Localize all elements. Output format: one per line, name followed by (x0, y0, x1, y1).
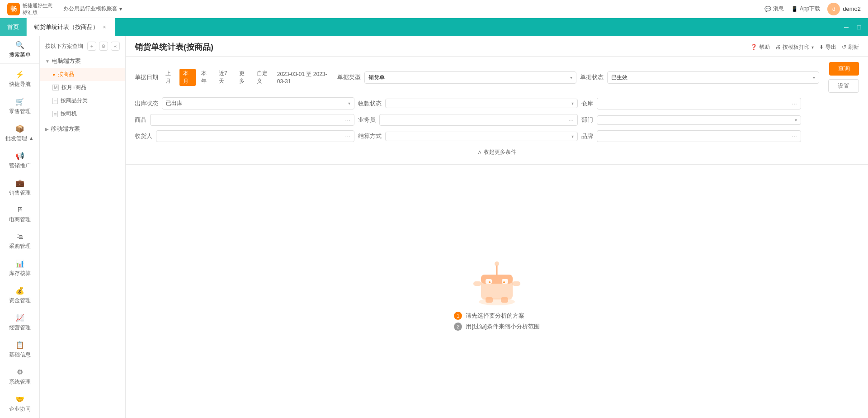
brand-input[interactable]: ··· (597, 130, 801, 142)
export-btn[interactable]: ⬇ 导出 (819, 43, 836, 51)
warehouse-input[interactable]: ··· (597, 98, 801, 109)
date-tab-custom[interactable]: 自定义 (253, 69, 274, 86)
sidebar-item-quick-nav[interactable]: ⚡ 快捷导航 (0, 66, 39, 93)
sidebar-item-operations[interactable]: 📈 经营管理 (0, 309, 39, 336)
dept-chevron: ▾ (795, 118, 797, 123)
refresh-btn[interactable]: ↺ 刷新 (842, 43, 859, 51)
svg-rect-4 (502, 279, 508, 284)
filter-row-4: 收货人 ··· 结算方式 ▾ 品牌 (135, 130, 859, 142)
outstock-chevron: ▾ (348, 101, 350, 106)
tree-arrow-desktop: ▼ (45, 59, 50, 64)
sidebar-item-wholesale[interactable]: 📦 批发管理 ▲ (0, 120, 39, 147)
collapse-panel-btn[interactable]: « (111, 42, 120, 51)
receipt-chevron: ▾ (571, 101, 574, 106)
top-bar-left: 畅 畅捷通好生意标准版 办公用品行业模拟账套 ▾ (7, 2, 122, 15)
type-select[interactable]: 销货单 ▾ (364, 71, 576, 84)
svg-rect-12 (501, 297, 508, 303)
print-btn[interactable]: 🖨 按模板打印 ▾ (775, 43, 814, 51)
panel-header-actions: + ⚙ « (87, 42, 120, 51)
sidebar-item-retail-label: 零售管理 (9, 108, 31, 115)
sidebar-item-retail[interactable]: 🛒 零售管理 (0, 93, 39, 120)
sidebar-item-sales-label: 销售管理 (9, 189, 31, 197)
tab-sales-stat[interactable]: 销货单统计表（按商品） × (27, 18, 115, 36)
tree-child-by-category[interactable]: ≡ 按商品分类 (40, 94, 125, 107)
receiver-input[interactable]: ··· (156, 130, 354, 142)
sidebar-item-basic-label: 基础信息 (9, 351, 31, 359)
warehouse-dots: ··· (792, 100, 797, 107)
svg-rect-10 (512, 281, 520, 286)
marketing-icon: 📢 (15, 152, 24, 160)
user-info[interactable]: d demo2 (827, 3, 861, 15)
industry-label: 办公用品行业模拟账套 (63, 5, 118, 13)
filter-date-group: 单据日期 上月 本月 本年 近7天 更多 自定义 2023-03-01 至 20… (135, 69, 334, 86)
product-input[interactable]: ··· (150, 114, 354, 126)
sidebar-item-inventory[interactable]: 📊 库存核算 (0, 255, 39, 282)
collapse-bar[interactable]: ∧ 收起更多条件 (135, 146, 859, 159)
outstock-value: 已出库 (166, 100, 182, 107)
page-actions: ❓ 帮助 🖨 按模板打印 ▾ ⬇ 导出 ↺ 刷新 (750, 43, 859, 51)
tab-bar: 首页 销货单统计表（按商品） × ─ □ (0, 18, 868, 36)
empty-tip-1: 1 请先选择要分析的方案 (454, 312, 539, 320)
inventory-icon: 📊 (15, 259, 24, 268)
operations-icon: 📈 (15, 314, 24, 322)
status-select[interactable]: 已生效 ▾ (607, 71, 819, 84)
add-scheme-btn[interactable]: + (87, 42, 96, 51)
user-name: demo2 (843, 5, 861, 12)
sidebar-item-quick-nav-label: 快捷导航 (9, 81, 31, 88)
tab-close-icon[interactable]: × (101, 24, 108, 30)
receipt-select[interactable]: ▾ (385, 99, 578, 108)
sidebar-item-ecommerce[interactable]: 🖥 电商管理 (0, 201, 39, 228)
date-tab-this-month[interactable]: 本月 (179, 69, 195, 86)
svg-rect-3 (486, 279, 492, 284)
date-tab-this-year[interactable]: 本年 (198, 69, 213, 86)
filter-area: 单据日期 上月 本月 本年 近7天 更多 自定义 2023-03-01 至 20… (126, 57, 868, 165)
tab-home[interactable]: 首页 (0, 18, 27, 36)
tree-parent-desktop[interactable]: ▼ 电脑端方案 (40, 54, 125, 68)
app-download-action[interactable]: 📱 App下载 (791, 5, 820, 13)
page-header: 销货单统计表(按商品) ❓ 帮助 🖨 按模板打印 ▾ ⬇ 导出 (126, 36, 868, 57)
industry-selector[interactable]: 办公用品行业模拟账套 ▾ (63, 5, 122, 13)
sidebar-item-enterprise[interactable]: 🤝 企业协同 (0, 390, 39, 418)
salesman-input[interactable]: ··· (379, 114, 578, 126)
help-btn[interactable]: ❓ 帮助 (750, 43, 770, 51)
date-tab-last-month[interactable]: 上月 (162, 69, 178, 86)
dept-select[interactable]: ▾ (597, 115, 801, 125)
date-tab-7days[interactable]: 近7天 (215, 69, 234, 86)
settings-scheme-btn[interactable]: ⚙ (99, 42, 108, 51)
main-layout: 🔍 搜索菜单 ⚡ 快捷导航 🛒 零售管理 📦 批发管理 ▲ 📢 营销推广 💼 销… (0, 36, 868, 418)
date-tab-more[interactable]: 更多 (236, 69, 251, 86)
filter-salesman-group: 业务员 ··· (358, 114, 578, 126)
tree-child-by-cashier[interactable]: ≡ 按司机 (40, 107, 125, 120)
tree-parent-mobile-label: 移动端方案 (51, 125, 80, 133)
settings-button[interactable]: 设置 (828, 79, 859, 93)
export-label: 导出 (826, 43, 836, 51)
outstock-select[interactable]: 已出库 ▾ (162, 97, 354, 109)
receiver-label: 收货人 (135, 132, 152, 140)
sidebar-item-sales[interactable]: 💼 销售管理 (0, 174, 39, 201)
sidebar-item-system[interactable]: ⚙ 系统管理 (0, 363, 39, 390)
tree-parent-mobile[interactable]: ▶ 移动端方案 (40, 122, 125, 136)
sidebar-item-basic[interactable]: 📋 基础信息 (0, 336, 39, 363)
tab-maximize-btn[interactable]: □ (854, 22, 864, 33)
tree-child-by-cashier-label: 按司机 (61, 110, 77, 118)
sidebar-item-search-menu[interactable]: 🔍 搜索菜单 (0, 36, 39, 64)
filter-row-3: 商品 ··· 业务员 ··· 部门 (135, 114, 859, 126)
svg-rect-9 (473, 281, 481, 286)
sidebar-item-finance[interactable]: 💰 资金管理 (0, 282, 39, 309)
query-button[interactable]: 查询 (829, 62, 859, 76)
tree-group-desktop: ▼ 电脑端方案 ● 按商品 M 按月+商品 ≡ 按商品分类 ≡ 按司机 (40, 54, 125, 120)
salesman-dots: ··· (568, 116, 574, 124)
brand-dots: ··· (792, 133, 797, 140)
refresh-label: 刷新 (848, 43, 859, 51)
tab-sales-stat-label: 销货单统计表（按商品） (34, 23, 99, 31)
message-action[interactable]: 💬 消息 (764, 5, 784, 13)
dept-label: 部门 (581, 116, 593, 124)
tab-minimize-btn[interactable]: ─ (841, 22, 852, 33)
tree-child-by-product[interactable]: ● 按商品 (40, 68, 125, 81)
sidebar-item-purchase[interactable]: 🛍 采购管理 (0, 228, 39, 255)
payment-select[interactable]: ▾ (385, 132, 578, 141)
by-month-icon: M (52, 85, 59, 90)
tip1-num: 1 (454, 312, 462, 320)
sidebar-item-marketing[interactable]: 📢 营销推广 (0, 147, 39, 174)
tree-child-by-month-product[interactable]: M 按月+商品 (40, 81, 125, 94)
